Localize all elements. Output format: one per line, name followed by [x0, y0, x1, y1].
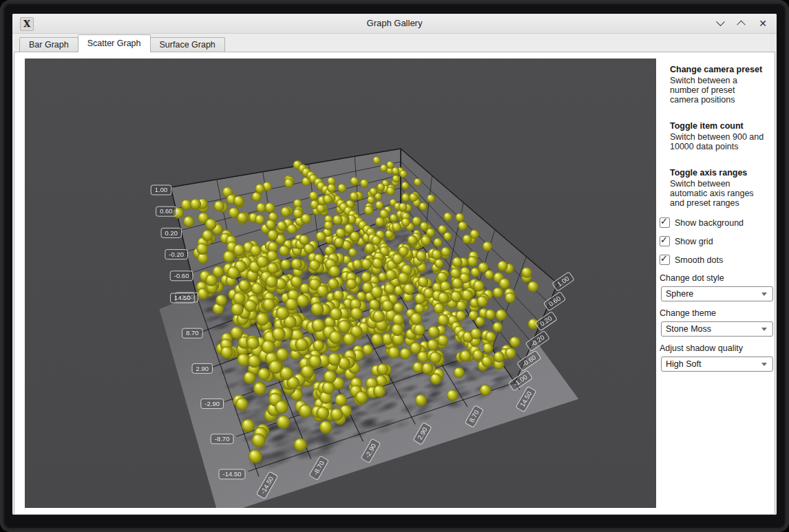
theme-label: Change theme — [660, 308, 772, 318]
maximize-icon[interactable] — [737, 20, 746, 29]
tab-bar: Bar Graph Scatter Graph Surface Graph — [19, 34, 224, 52]
tab-scatter-graph[interactable]: Scatter Graph — [78, 34, 151, 52]
title-bar[interactable]: X Graph Gallery ✕ — [12, 14, 777, 34]
tab-surface-graph[interactable]: Surface Graph — [150, 37, 225, 52]
toggle-axis-ranges-button[interactable]: Toggle axis ranges Switch between automa… — [658, 161, 772, 208]
scatter-3d-view[interactable] — [25, 58, 656, 508]
shadow-quality-select[interactable]: High Soft — [661, 357, 773, 372]
window-title: Graph Gallery — [12, 14, 777, 33]
chevron-down-icon — [761, 292, 767, 296]
checkbox-show-background[interactable]: Show background — [660, 217, 772, 228]
theme-select[interactable]: Stone Moss — [661, 321, 773, 337]
checkbox-icon — [660, 236, 670, 246]
checkbox-icon — [660, 255, 670, 265]
checkbox-icon — [660, 217, 670, 228]
window-frame: X Graph Gallery ✕ Bar Graph Scatter Grap… — [0, 0, 789, 532]
shadow-quality-label: Adjust shadow quality — [660, 343, 772, 353]
minimize-icon[interactable] — [716, 17, 725, 26]
change-camera-preset-button[interactable]: Change camera preset Switch between a nu… — [658, 58, 772, 105]
checkbox-show-grid[interactable]: Show grid — [660, 236, 772, 246]
tab-bar-graph[interactable]: Bar Graph — [19, 37, 78, 52]
application-window: X Graph Gallery ✕ Bar Graph Scatter Grap… — [12, 14, 777, 515]
control-panel: Change camera preset Switch between a nu… — [658, 58, 772, 372]
tab-content-pane: Change camera preset Switch between a nu… — [14, 52, 775, 515]
close-icon[interactable]: ✕ — [759, 14, 767, 33]
toggle-item-count-button[interactable]: Toggle item count Switch between 900 and… — [658, 114, 772, 151]
chevron-down-icon — [761, 328, 767, 331]
checkbox-smooth-dots[interactable]: Smooth dots — [660, 255, 772, 265]
chevron-down-icon — [761, 363, 767, 366]
dot-style-label: Change dot style — [660, 273, 772, 283]
dot-style-select[interactable]: Sphere — [661, 286, 773, 301]
